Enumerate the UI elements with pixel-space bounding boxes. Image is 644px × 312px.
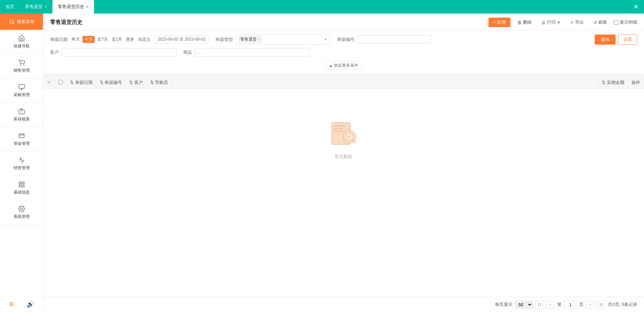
tab-retail-return[interactable]: 零售退货 ×: [20, 0, 52, 14]
svg-rect-4: [19, 85, 24, 89]
inventory-icon: [18, 108, 25, 115]
last-page-button[interactable]: ⟩⟩: [597, 300, 605, 309]
date-opt-yesterday[interactable]: 昨天: [70, 36, 81, 43]
export-icon: ↗: [570, 20, 574, 25]
no-col-label: ⇅ 单据编号: [100, 80, 122, 85]
sidebar-item-quick-nav[interactable]: 快捷导航: [0, 30, 43, 54]
show-detail-checkbox[interactable]: 显示明细: [614, 19, 637, 25]
date-opt-7days[interactable]: 近7天: [96, 36, 109, 43]
sidebar-item-label: 基础信息: [14, 190, 30, 195]
date-opt-custom[interactable]: 自定义: [137, 36, 152, 43]
settings-gear-button[interactable]: ⚙: [9, 300, 14, 308]
guide-col-header[interactable]: ⇅ 导购员: [146, 77, 172, 89]
add-button[interactable]: + 新增: [488, 18, 510, 27]
empty-state-row: 暂无数据: [43, 89, 644, 187]
sidebar-item-label: 系统管理: [14, 214, 30, 220]
svg-rect-17: [333, 128, 343, 129]
table-area: ⇅ 单据日期 ⇅ 单据编号 ⇅ 客户 ⇅ 导购员 ⇅: [43, 77, 644, 297]
prev-page-button[interactable]: ‹: [546, 300, 554, 309]
voucher-type-label: 单据类型: [215, 37, 233, 43]
tab-retail-return-history[interactable]: 零售退货历史 ×: [52, 0, 94, 14]
top-bar: 首页 零售退货 × 零售退货历史 × ✕: [0, 0, 644, 14]
settings-col-header[interactable]: [43, 77, 55, 89]
sidebar-search-label: 搜索菜单: [17, 19, 34, 25]
goods-select[interactable]: ...: [195, 48, 310, 57]
sidebar-item-operations[interactable]: 经营管理: [0, 152, 43, 176]
pagination-summary: 共0页, 0条记录: [608, 302, 637, 308]
sidebar-item-sales[interactable]: 销售管理: [0, 54, 43, 79]
date-opt-today[interactable]: 今天: [82, 36, 95, 43]
amount-col-label: ⇅ 实销金额: [602, 80, 624, 85]
customer-col-header[interactable]: ⇅ 客户: [126, 77, 147, 89]
date-col-label: ⇅ 单据日期: [70, 80, 93, 85]
per-page-select[interactable]: 50 10 20 100: [515, 301, 533, 309]
no-col-header[interactable]: ⇅ 单据编号: [96, 77, 126, 89]
refresh-button[interactable]: ↺ 刷新: [591, 18, 610, 27]
svg-point-3: [23, 65, 24, 66]
guide-col-label: ⇅ 导购员: [150, 80, 168, 85]
first-page-button[interactable]: ⟨⟨: [535, 300, 544, 309]
voucher-no-label: 单据编号: [337, 37, 355, 43]
export-button[interactable]: ↗ 导出: [567, 18, 587, 27]
page-title: 零售退货历史: [50, 19, 82, 26]
voucher-type-tag-close[interactable]: ×: [258, 38, 260, 42]
svg-rect-18: [333, 131, 344, 132]
sidebar-search[interactable]: 搜索菜单: [0, 14, 43, 30]
query-button[interactable]: 查询: [595, 35, 616, 45]
delete-button[interactable]: 🗑 删除: [515, 18, 534, 27]
svg-point-0: [10, 20, 14, 23]
sidebar-item-inventory[interactable]: 库存核算: [0, 103, 43, 127]
page-input[interactable]: [564, 300, 576, 309]
voucher-type-chevron-icon: ▼: [324, 38, 327, 42]
sidebar-item-label: 销售管理: [14, 68, 30, 73]
sidebar-item-basic-info[interactable]: 基础信息: [0, 176, 43, 200]
sidebar-item-finance[interactable]: 资金管理: [0, 127, 43, 152]
amount-col-header[interactable]: ⇅ 实销金额: [598, 77, 628, 89]
show-detail-input[interactable]: [614, 20, 618, 25]
voucher-type-select[interactable]: 零售退货 × ▼: [236, 34, 330, 45]
show-detail-label: 显示明细: [620, 19, 637, 25]
sidebar-item-label: 快捷导航: [14, 43, 30, 49]
empty-state-text: 暂无数据: [335, 154, 352, 160]
print-button[interactable]: 🖨 打印 ▼: [539, 18, 563, 27]
next-page-button[interactable]: ›: [586, 300, 594, 309]
voucher-type-tag: 零售退货 ×: [239, 36, 261, 43]
select-all-checkbox[interactable]: [58, 80, 63, 84]
customer-placeholder: ...: [65, 50, 68, 55]
tab-retail-return-close[interactable]: ×: [45, 4, 47, 9]
tab-home[interactable]: 首页: [0, 0, 20, 14]
svg-point-13: [21, 208, 22, 210]
checkbox-col-header[interactable]: [55, 77, 67, 89]
search-icon: [9, 19, 15, 25]
refresh-icon: ↺: [593, 20, 597, 25]
pagination-bar: 每页显示 50 10 20 100 ⟨⟨ ‹ 第 页 › ⟩⟩ 共0页, 0条记…: [43, 297, 644, 312]
collapse-arrow-icon: ▲: [329, 63, 333, 68]
filter-area: 单据日期 昨天 今天 近7天 近1月 更多 自定义 2023-06-02 至 2…: [43, 30, 644, 74]
audio-button[interactable]: 🔊: [27, 300, 34, 308]
sidebar-item-label: 经营管理: [14, 165, 30, 171]
filter-row-2: 客户 ... 商品 ...: [50, 48, 637, 57]
date-options: 昨天 今天 近7天 近1月 更多 自定义: [70, 36, 152, 43]
svg-rect-16: [333, 125, 345, 127]
sidebar-item-purchase[interactable]: 采购管理: [0, 79, 43, 103]
collapse-label: 收起更多条件: [334, 63, 358, 68]
sidebar-item-system[interactable]: 系统管理: [0, 200, 43, 225]
spacer-col-header: [172, 77, 598, 89]
date-range-input[interactable]: 2023-06-02 至 2023-06-02: [154, 35, 209, 44]
print-label: 打印: [547, 19, 556, 25]
window-close-button[interactable]: ✕: [628, 3, 644, 10]
date-opt-1month[interactable]: 近1月: [111, 36, 124, 43]
delete-icon: 🗑: [517, 20, 522, 25]
date-opt-more[interactable]: 更多: [125, 36, 136, 43]
customer-select[interactable]: ...: [62, 48, 176, 57]
settings-button[interactable]: 设置: [618, 35, 637, 45]
date-col-header[interactable]: ⇅ 单据日期: [67, 77, 96, 89]
date-filter-label: 单据日期: [50, 37, 68, 43]
tab-retail-return-label: 零售退货: [25, 4, 43, 10]
tab-home-label: 首页: [5, 4, 14, 10]
svg-rect-11: [22, 185, 24, 187]
tab-retail-return-history-close[interactable]: ×: [86, 4, 89, 9]
voucher-no-input[interactable]: [357, 35, 432, 44]
collapse-button[interactable]: ▲ 收起更多条件: [325, 61, 363, 70]
svg-point-2: [20, 65, 21, 66]
